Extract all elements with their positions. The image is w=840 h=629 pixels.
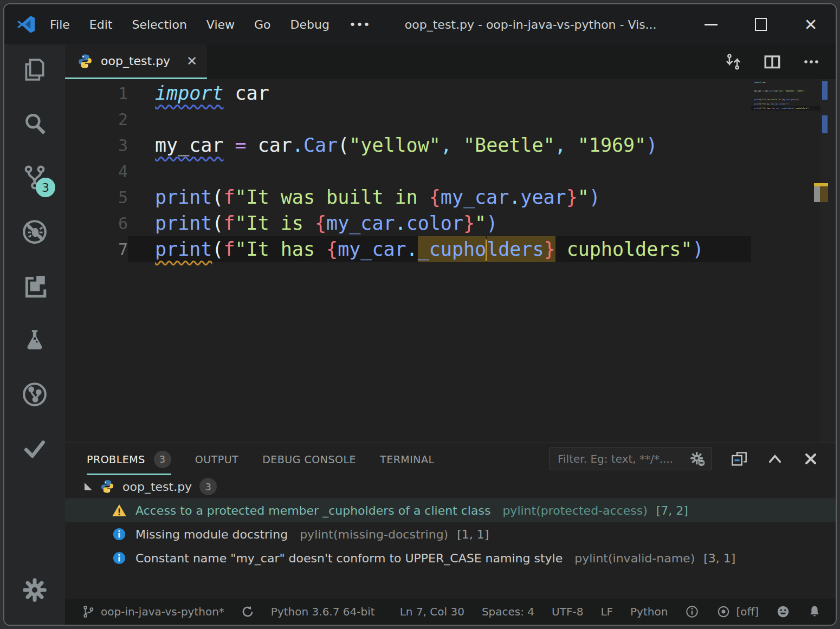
panel-tab-problems[interactable]: PROBLEMS3 (87, 443, 171, 475)
problems-file-group[interactable]: oop_test.py 3 (65, 475, 836, 498)
menu-file[interactable]: File (50, 18, 70, 31)
file-problem-count-badge: 3 (199, 478, 217, 495)
open-changes-icon[interactable] (724, 53, 742, 71)
info-icon (112, 527, 127, 542)
code-line-2[interactable]: 2 (751, 85, 820, 89)
git-branch-status[interactable]: oop-in-java-vs-python* (81, 605, 224, 619)
encoding-status[interactable]: UTF-8 (552, 605, 583, 618)
minimap-warning-marker (814, 183, 828, 186)
sync-status[interactable] (241, 605, 255, 619)
source-control-icon[interactable]: 3 (20, 163, 50, 193)
code-line-3[interactable]: 3my_car = car.Car("yellow", "Beetle", "1… (751, 89, 820, 93)
split-editor-icon[interactable] (763, 53, 781, 71)
problem-position: [7, 2] (656, 504, 688, 517)
debug-disabled-icon[interactable] (20, 217, 50, 247)
screencast-mode-status[interactable]: [off] (716, 605, 759, 619)
code-line-2[interactable]: 2 (65, 106, 751, 132)
minimap-wordhighlight-marker (820, 186, 828, 202)
problem-source: pylint(invalid-name) (574, 552, 695, 565)
code-line-4[interactable]: 4 (65, 158, 751, 184)
tab-oop-test-py[interactable]: oop_test.py ✕ (65, 44, 207, 79)
problems-list: oop_test.py 3 Access to a protected memb… (65, 475, 836, 599)
code-lines[interactable]: 1import car23my_car = car.Car("yellow", … (65, 80, 751, 262)
problem-source: pylint(protected-access) (502, 504, 647, 517)
problems-filter-box[interactable] (550, 448, 712, 470)
problem-source: pylint(missing-docstring) (300, 528, 448, 541)
feedback-smiley-status[interactable] (776, 605, 790, 619)
close-button[interactable]: ✕ (800, 14, 822, 35)
more-actions-icon[interactable] (802, 53, 820, 71)
line-number[interactable]: 7 (65, 240, 128, 259)
linter-info-status[interactable] (685, 605, 699, 619)
maximize-button[interactable] (750, 14, 772, 35)
problem-row[interactable]: Constant name "my_car" doesn't conform t… (65, 546, 836, 570)
problem-position: [3, 1] (703, 552, 735, 565)
collapse-all-icon[interactable] (731, 450, 748, 468)
code-line-6[interactable]: 6print(f"It is {my_car.color}") (751, 102, 820, 106)
menu-edit[interactable]: Edit (89, 18, 113, 31)
python-interpreter-status[interactable]: Python 3.6.7 64-bit (271, 605, 375, 618)
code-line-1[interactable]: 1import car (751, 80, 820, 85)
tab-close-icon[interactable]: ✕ (186, 54, 197, 69)
refresh-icon (241, 605, 255, 619)
language-mode-status[interactable]: Python (630, 605, 668, 618)
test-flask-icon[interactable] (20, 325, 50, 355)
filter-gear-icon[interactable] (689, 450, 706, 468)
indentation-status[interactable]: Spaces: 4 (482, 605, 534, 618)
panel-tab-terminal[interactable]: TERMINAL (380, 446, 435, 472)
expand-twistie-icon[interactable] (85, 483, 92, 490)
cursor-position-status[interactable]: Ln 7, Col 30 (400, 605, 464, 618)
line-number[interactable]: 1 (65, 84, 128, 103)
code-line-7[interactable]: 7print(f"It has {my_car._cupholders} cup… (65, 236, 751, 262)
vscode-logo-icon (16, 15, 36, 34)
branch-icon (81, 605, 95, 619)
settings-gear-icon[interactable] (20, 575, 50, 605)
panel-tab-output[interactable]: OUTPUT (195, 446, 238, 472)
bell-icon (807, 605, 822, 619)
eol-status[interactable]: LF (600, 605, 613, 618)
search-icon[interactable] (20, 108, 50, 139)
bottom-panel: PROBLEMS3OUTPUTDEBUG CONSOLETERMINAL (65, 443, 836, 599)
minimize-button[interactable] (700, 14, 722, 35)
smiley-icon (776, 605, 790, 619)
minimap[interactable]: 1import car23my_car = car.Car("yellow", … (751, 80, 820, 443)
record-dot-icon (716, 605, 731, 619)
line-number[interactable]: 2 (65, 110, 128, 129)
panel-tab-debug-console[interactable]: DEBUG CONSOLE (262, 446, 356, 472)
line-number[interactable]: 3 (65, 136, 128, 155)
extensions-icon[interactable] (20, 271, 50, 301)
line-number[interactable]: 5 (65, 188, 128, 207)
menu-view[interactable]: View (206, 18, 235, 31)
code-line-1[interactable]: 1import car (65, 80, 751, 106)
problem-row[interactable]: Missing module docstringpylint(missing-d… (65, 522, 836, 546)
code-line-6[interactable]: 6print(f"It is {my_car.color}") (65, 210, 751, 236)
status-bar: oop-in-java-vs-python* Python 3.6.7 64-b… (65, 599, 836, 625)
line-number[interactable]: 4 (65, 162, 128, 181)
git-graph-icon[interactable] (20, 379, 50, 410)
overview-ruler-scrollbar[interactable] (820, 79, 836, 443)
code-line-5[interactable]: 5print(f"It was built in {my_car.year}") (751, 98, 820, 102)
menu-debug[interactable]: Debug (290, 18, 329, 31)
menu-go[interactable]: Go (254, 18, 271, 31)
code-line-7[interactable]: 7print(f"It has {my_car._cupholders} cup… (751, 106, 820, 111)
problem-row[interactable]: Access to a protected member _cupholders… (65, 498, 836, 522)
code-line-3[interactable]: 3my_car = car.Car("yellow", "Beetle", "1… (65, 132, 751, 158)
menu-[interactable]: ••• (349, 18, 370, 31)
maximize-panel-icon[interactable] (766, 450, 784, 468)
code-line-4[interactable]: 4 (751, 93, 820, 98)
code-line-5[interactable]: 5print(f"It was built in {my_car.year}") (65, 184, 751, 210)
close-panel-icon[interactable] (802, 450, 819, 468)
notifications-bell-status[interactable] (807, 605, 822, 619)
panel-tabs: PROBLEMS3OUTPUTDEBUG CONSOLETERMINAL (87, 443, 435, 475)
python-file-icon (100, 479, 115, 494)
warning-icon (112, 503, 127, 518)
explorer-icon[interactable] (20, 54, 50, 85)
code-editor[interactable]: 1import car23my_car = car.Car("yellow", … (65, 79, 836, 443)
check-icon[interactable] (20, 433, 50, 464)
problems-filter-input[interactable] (558, 452, 689, 465)
info-icon (112, 550, 127, 566)
line-number[interactable]: 6 (65, 214, 128, 233)
file-group-name: oop_test.py (122, 480, 192, 494)
menu-selection[interactable]: Selection (132, 18, 186, 31)
problem-message: Missing module docstring (135, 528, 288, 541)
